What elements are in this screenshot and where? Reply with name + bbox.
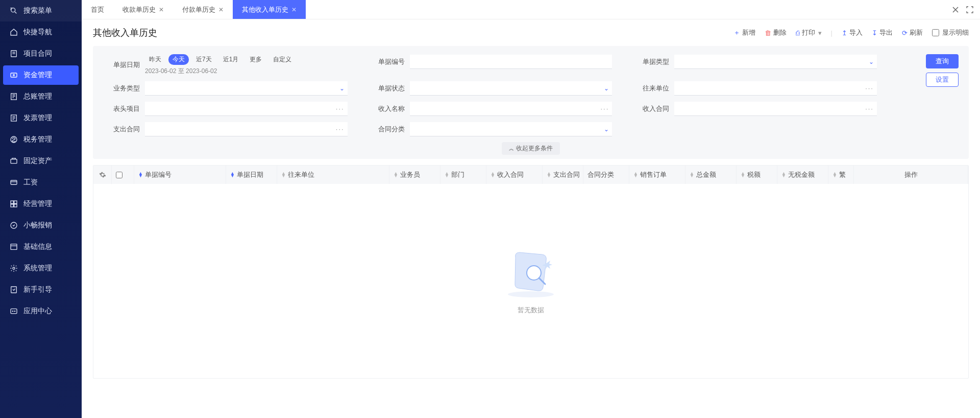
filter-related-unit: 往来单位 ···	[632, 81, 877, 96]
date-chip[interactable]: 更多	[246, 54, 266, 65]
sidebar-item-label: 总账管理	[23, 92, 52, 101]
ellipsis-icon: ···	[865, 84, 874, 92]
income-contract-select[interactable]: ···	[674, 102, 877, 116]
expense-contract-select[interactable]: ···	[145, 122, 348, 136]
close-icon[interactable]: ✕	[218, 6, 224, 13]
sidebar-item-label: 小畅报销	[23, 221, 52, 230]
sidebar-item-nav[interactable]: 快捷导航	[0, 21, 82, 43]
col-expense-contract[interactable]: ▲▼支出合同	[543, 166, 583, 184]
delete-button[interactable]: 🗑删除	[765, 28, 787, 37]
svg-rect-15	[11, 159, 17, 164]
doc-status-select[interactable]: ⌄	[410, 81, 612, 96]
col-contract-cat[interactable]: 合同分类	[583, 166, 629, 184]
basic-icon	[9, 242, 18, 251]
query-button[interactable]: 查询	[926, 54, 959, 68]
date-chip[interactable]: 近1月	[219, 54, 243, 65]
header-proj-select[interactable]: ···	[145, 102, 348, 116]
sidebar-item-basic[interactable]: 基础信息	[0, 236, 82, 258]
tab[interactable]: 首页	[82, 0, 113, 19]
close-icon[interactable]: ✕	[159, 6, 164, 13]
page-title: 其他收入单历史	[93, 27, 157, 39]
plus-icon: ＋	[733, 28, 740, 37]
svg-rect-22	[11, 244, 17, 250]
tab-label: 付款单历史	[182, 5, 215, 14]
sidebar-item-label: 发票管理	[23, 113, 52, 123]
tab[interactable]: 收款单历史✕	[113, 0, 173, 19]
svg-line-1	[15, 12, 16, 13]
sidebar-item-tax[interactable]: 税务管理	[0, 129, 82, 150]
show-detail-checkbox[interactable]: 显示明细	[932, 28, 969, 37]
sidebar-item-asset[interactable]: 固定资产	[0, 150, 82, 172]
sort-icon: ▲▼	[832, 172, 837, 177]
col-dept[interactable]: ▲▼部门	[440, 166, 486, 184]
ledger-icon	[9, 92, 18, 101]
fullscreen-icon[interactable]	[965, 5, 975, 15]
col-extra[interactable]: ▲▼繁	[828, 166, 854, 184]
sidebar-item-guide[interactable]: 新手引导	[0, 279, 82, 300]
sidebar-item-apps[interactable]: 应用中心	[0, 300, 82, 322]
sidebar-item-contract[interactable]: 项目合同	[0, 43, 82, 64]
sidebar-item-salary[interactable]: 工资	[0, 172, 82, 193]
invoice-icon	[9, 113, 18, 123]
tabbar-close-icon[interactable]	[950, 5, 961, 15]
tab[interactable]: 其他收入单历史✕	[233, 0, 306, 19]
empty-illustration-icon	[500, 247, 561, 298]
sidebar-item-fund[interactable]: 资金管理	[3, 65, 79, 85]
close-icon[interactable]: ✕	[291, 6, 297, 13]
col-total[interactable]: ▲▼总金额	[685, 166, 737, 184]
filter-income-name: 收入名称 ···	[368, 101, 612, 117]
col-related-unit[interactable]: ▲▼往来单位	[277, 166, 389, 184]
filter-contract-cat: 合同分类 ⌄	[368, 122, 612, 137]
date-chip[interactable]: 近7天	[192, 54, 216, 65]
col-action: 操作	[854, 166, 968, 184]
date-chip[interactable]: 今天	[168, 54, 189, 65]
sidebar-item-system[interactable]: 系统管理	[0, 258, 82, 279]
tab[interactable]: 付款单历史✕	[173, 0, 233, 19]
sidebar-item-ops[interactable]: 经营管理	[0, 193, 82, 215]
col-notax[interactable]: ▲▼无税金额	[777, 166, 828, 184]
income-name-select[interactable]: ···	[410, 102, 612, 116]
print-button[interactable]: ⎙打印▾	[796, 28, 822, 37]
date-range: 2023-06-02 至 2023-06-02	[145, 67, 296, 76]
export-button[interactable]: ↧导出	[872, 28, 893, 37]
date-chip[interactable]: 昨天	[145, 54, 165, 65]
sidebar-item-label: 工资	[23, 178, 38, 187]
main: 首页收款单历史✕付款单历史✕其他收入单历史✕ 其他收入单历史 ＋新增 🗑删除 ⎙…	[82, 0, 980, 418]
sort-icon: ▲▼	[491, 172, 495, 177]
related-unit-select[interactable]: ···	[674, 81, 877, 96]
table-settings-button[interactable]	[93, 166, 112, 184]
sidebar-item-expense[interactable]: 小畅报销	[0, 215, 82, 236]
collapse-filters-button[interactable]: ︽ 收起更多条件	[502, 142, 560, 155]
doc-no-input[interactable]	[410, 55, 612, 69]
svg-point-28	[14, 311, 15, 311]
col-sales-order[interactable]: ▲▼销售订单	[629, 166, 685, 184]
trash-icon: 🗑	[765, 29, 771, 37]
col-income-contract[interactable]: ▲▼收入合同	[486, 166, 543, 184]
select-all-checkbox[interactable]	[112, 166, 134, 184]
sidebar-item-search[interactable]: 搜索菜单	[0, 0, 82, 21]
col-salesperson[interactable]: ▲▼业务员	[389, 166, 440, 184]
sort-icon: ▲▼	[394, 172, 398, 177]
col-doc-date[interactable]: ▲▼单据日期	[226, 166, 277, 184]
biz-type-select[interactable]: ⌄	[145, 81, 348, 96]
col-doc-no[interactable]: ▲▼单据编号	[134, 166, 226, 184]
search-icon	[9, 6, 18, 15]
ellipsis-icon: ···	[336, 105, 345, 112]
filter-income-contract: 收入合同 ···	[632, 101, 877, 117]
svg-point-29	[508, 291, 554, 297]
filter-panel: 单据日期 昨天今天近7天近1月更多自定义 2023-06-02 至 2023-0…	[93, 46, 969, 159]
contract-cat-select[interactable]: ⌄	[410, 122, 612, 136]
import-button[interactable]: ↥导入	[842, 28, 863, 37]
doc-type-select[interactable]: ⌄	[674, 55, 877, 69]
sidebar-item-invoice[interactable]: 发票管理	[0, 107, 82, 129]
svg-point-24	[13, 267, 15, 269]
sidebar-item-ledger[interactable]: 总账管理	[0, 86, 82, 107]
refresh-button[interactable]: ⟳刷新	[902, 28, 923, 37]
date-chip[interactable]: 自定义	[269, 54, 296, 65]
expense-icon	[9, 221, 18, 230]
col-tax[interactable]: ▲▼税额	[737, 166, 777, 184]
new-button[interactable]: ＋新增	[733, 28, 755, 37]
sidebar-item-label: 应用中心	[23, 307, 52, 316]
settings-button[interactable]: 设置	[926, 73, 959, 87]
filter-date: 单据日期 昨天今天近7天近1月更多自定义 2023-06-02 至 2023-0…	[103, 54, 348, 76]
